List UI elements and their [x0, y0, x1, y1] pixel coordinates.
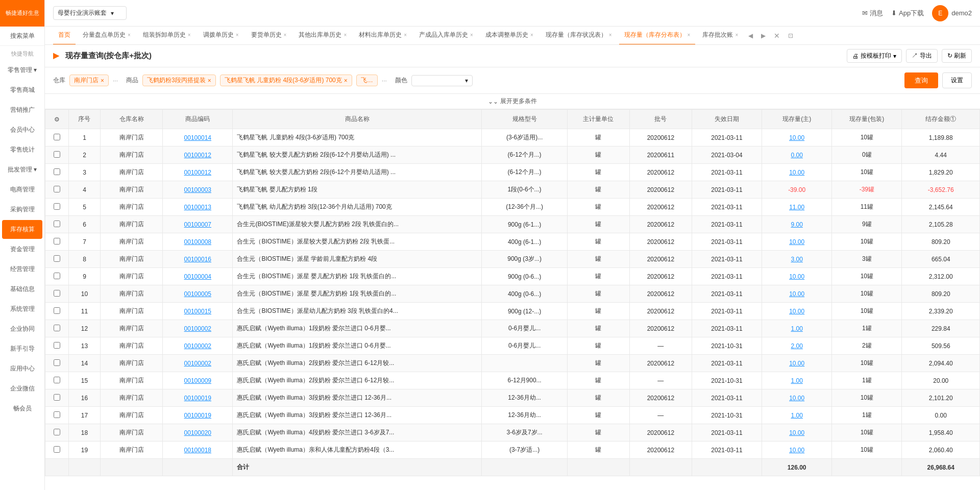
tab-stock-status[interactable]: 现存量（库存状况表） ×: [541, 27, 617, 45]
message-button[interactable]: ✉ 消息: [862, 9, 883, 18]
sidebar-item-system[interactable]: 系统管理: [2, 300, 42, 318]
row-stock-main[interactable]: 10.00: [762, 268, 832, 285]
row-code[interactable]: 00100016: [163, 251, 233, 268]
row-code[interactable]: 00100020: [163, 424, 233, 442]
row-checkbox[interactable]: [45, 303, 69, 320]
row-stock-main[interactable]: 10.00: [762, 164, 832, 181]
refresh-button[interactable]: ↻ 刷新: [942, 49, 972, 63]
row-checkbox[interactable]: [45, 216, 69, 233]
tab-disassemble[interactable]: 组装拆卸单历史 ×: [138, 27, 196, 45]
close-tab-batch-voucher[interactable]: ×: [735, 32, 738, 38]
tab-cost-adjust[interactable]: 成本调整单历史 ×: [480, 27, 538, 45]
settings-button[interactable]: 设置: [942, 72, 972, 88]
settings-icon[interactable]: ⚙: [54, 116, 60, 123]
row-checkbox[interactable]: [45, 285, 69, 303]
row-code[interactable]: 00100002: [163, 355, 233, 372]
row-code[interactable]: 00100008: [163, 233, 233, 251]
row-stock-main[interactable]: 1.00: [762, 372, 832, 389]
row-check[interactable]: [54, 134, 60, 140]
row-stock-main[interactable]: 10.00: [762, 285, 832, 303]
row-check[interactable]: [54, 186, 60, 192]
row-checkbox[interactable]: [45, 268, 69, 285]
sidebar-item-purchase[interactable]: 采购管理: [2, 200, 42, 219]
row-checkbox[interactable]: [45, 442, 69, 459]
close-tab-stock-status[interactable]: ×: [609, 32, 612, 38]
close-tab-other-outstock[interactable]: ×: [344, 32, 347, 38]
row-checkbox[interactable]: [45, 424, 69, 442]
row-stock-main[interactable]: 10.00: [762, 442, 832, 459]
row-checkbox[interactable]: [45, 251, 69, 268]
row-code[interactable]: 00100012: [163, 164, 233, 181]
row-stock-main[interactable]: 10.00: [762, 233, 832, 251]
sidebar-item-wholesale[interactable]: 批发管理 ▾: [2, 160, 42, 179]
row-code[interactable]: 00100002: [163, 320, 233, 337]
goods-tag-2[interactable]: 飞鹤星飞帆 儿童奶粉 4段(3-6岁适用) 700克 ×: [220, 75, 352, 86]
close-tab-mix-history[interactable]: ×: [236, 32, 239, 38]
row-code[interactable]: 00100007: [163, 216, 233, 233]
row-code[interactable]: 00100012: [163, 146, 233, 164]
sidebar-item-retail-shop[interactable]: 零售商城: [2, 81, 42, 100]
row-code[interactable]: 00100009: [163, 372, 233, 389]
export-button[interactable]: ↗ 导出: [906, 49, 937, 63]
sidebar-item-marketing[interactable]: 营销推广: [2, 101, 42, 119]
row-checkbox[interactable]: [45, 355, 69, 372]
sidebar-item-inventory[interactable]: 库存核算: [2, 220, 42, 239]
sidebar-item-retail-stats[interactable]: 零售统计: [2, 140, 42, 159]
close-tab-material-outstock[interactable]: ×: [404, 32, 407, 38]
row-stock-main[interactable]: 11.00: [762, 199, 832, 216]
sidebar-item-wechat[interactable]: 企业微信: [2, 379, 42, 398]
row-check[interactable]: [54, 168, 60, 175]
sidebar-item-member[interactable]: 会员中心: [2, 120, 42, 139]
row-code[interactable]: 00100003: [163, 181, 233, 199]
row-check[interactable]: [54, 359, 60, 366]
row-checkbox[interactable]: [45, 181, 69, 199]
tab-split-inventory[interactable]: 分量盘点单历史 ×: [78, 27, 136, 45]
row-checkbox[interactable]: [45, 164, 69, 181]
tab-batch-voucher[interactable]: 库存批次账 ×: [697, 27, 743, 45]
close-tab-cost-adjust[interactable]: ×: [530, 32, 533, 38]
row-code[interactable]: 00100005: [163, 285, 233, 303]
row-check[interactable]: [54, 203, 60, 210]
row-stock-main[interactable]: -39.00: [762, 181, 832, 199]
row-checkbox[interactable]: [45, 407, 69, 424]
row-stock-main[interactable]: 10.00: [762, 355, 832, 372]
tab-home[interactable]: 首页: [53, 27, 76, 45]
row-checkbox[interactable]: [45, 337, 69, 355]
row-checkbox[interactable]: [45, 389, 69, 407]
row-check[interactable]: [54, 342, 60, 349]
row-stock-main[interactable]: 10.00: [762, 129, 832, 146]
tab-mix-history[interactable]: 调拨单历史 ×: [198, 27, 244, 45]
system-selector[interactable]: 母婴行业演示账套 ▾: [53, 6, 127, 20]
row-checkbox[interactable]: [45, 199, 69, 216]
remove-warehouse-tag[interactable]: ×: [101, 77, 104, 84]
row-check[interactable]: [54, 273, 60, 279]
goods-tag-more[interactable]: 飞…: [356, 75, 378, 86]
row-check[interactable]: [54, 307, 60, 314]
template-print-button[interactable]: 🖨 按模板打印 ▾: [847, 49, 902, 63]
row-checkbox[interactable]: [45, 146, 69, 164]
close-tab-split-inventory[interactable]: ×: [128, 32, 131, 38]
row-check[interactable]: [54, 325, 60, 331]
row-stock-main[interactable]: 10.00: [762, 389, 832, 407]
sidebar-item-newbie[interactable]: 新手引导: [2, 339, 42, 358]
row-checkbox[interactable]: [45, 320, 69, 337]
sidebar-item-finance[interactable]: 资金管理: [2, 240, 42, 259]
row-code[interactable]: 00100019: [163, 407, 233, 424]
row-code[interactable]: 00100018: [163, 442, 233, 459]
row-check[interactable]: [54, 290, 60, 297]
tab-stock-distribution[interactable]: 现存量（库存分布表） ×: [619, 27, 696, 45]
close-all-tabs-button[interactable]: ✕: [771, 27, 783, 45]
sidebar-item-ecommerce[interactable]: 电商管理: [2, 180, 42, 199]
row-check[interactable]: [54, 220, 60, 227]
color-dropdown[interactable]: ▾: [411, 75, 473, 86]
tab-material-outstock[interactable]: 材料出库单历史 ×: [354, 27, 412, 45]
row-stock-main[interactable]: 9.00: [762, 216, 832, 233]
row-check[interactable]: [54, 394, 60, 401]
row-stock-main[interactable]: 0.00: [762, 146, 832, 164]
row-checkbox[interactable]: [45, 129, 69, 146]
remove-goods-tag-1[interactable]: ×: [208, 77, 211, 84]
goods-tag-1[interactable]: 飞鹤奶粉3段丙搭提装 ×: [142, 75, 216, 86]
close-tab-stock-distribution[interactable]: ×: [688, 32, 691, 38]
sidebar-item-operation[interactable]: 经营管理: [2, 260, 42, 279]
row-check[interactable]: [54, 151, 60, 158]
